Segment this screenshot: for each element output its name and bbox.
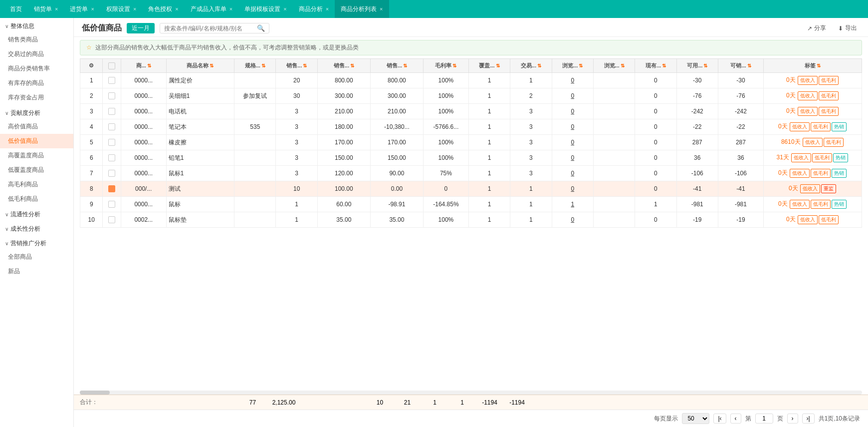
browse1-cell[interactable]: 0: [552, 88, 593, 104]
browse1-cell[interactable]: 1: [552, 197, 593, 212]
gross-column-header[interactable]: 毛利率⇅: [423, 59, 468, 73]
select-all-checkbox[interactable]: [108, 62, 115, 69]
browse-link[interactable]: 1: [571, 201, 574, 208]
checkbox-cell[interactable]: [103, 166, 121, 181]
close-icon[interactable]: ×: [326, 6, 329, 12]
sidebar-item-category-sales-rate[interactable]: 商品分类销售率: [0, 61, 73, 76]
close-icon[interactable]: ×: [133, 6, 136, 12]
stock1-column-header[interactable]: 现有...⇅: [635, 59, 676, 73]
page-size-select[interactable]: 50 100: [682, 413, 709, 424]
sidebar-item-sales-products[interactable]: 销售类商品: [0, 32, 73, 47]
browse-link[interactable]: 0: [571, 185, 574, 192]
checkbox-cell[interactable]: [103, 104, 121, 119]
code-column-header[interactable]: 商...⇅: [121, 59, 166, 73]
close-icon[interactable]: ×: [380, 6, 383, 12]
row-checkbox[interactable]: [108, 185, 115, 192]
nav-product-stock[interactable]: 产成品入库单 ×: [185, 0, 238, 18]
sidebar-group-growth[interactable]: ∨ 成长性分析: [0, 221, 73, 235]
browse1-cell[interactable]: 0: [552, 119, 593, 135]
row-checkbox[interactable]: [108, 139, 115, 146]
cover-column-header[interactable]: 覆盖...⇅: [468, 59, 510, 73]
nav-product-analysis[interactable]: 商品分析 ×: [293, 0, 335, 18]
nav-role-auth[interactable]: 角色授权 ×: [142, 0, 184, 18]
search-icon[interactable]: 🔍: [257, 24, 265, 32]
checkbox-cell[interactable]: [103, 135, 121, 150]
current-page-input[interactable]: [755, 414, 773, 424]
name-column-header[interactable]: 商品名称⇅: [166, 59, 234, 73]
sidebar-item-low-value[interactable]: 低价值商品: [0, 134, 73, 148]
sidebar-group-contribution[interactable]: ∨ 贡献度分析: [0, 105, 73, 119]
browse1-cell[interactable]: 0: [552, 135, 593, 150]
browse-link[interactable]: 0: [571, 139, 574, 146]
sidebar-group-marketing[interactable]: ∨ 营销推广分析: [0, 235, 73, 250]
nav-home[interactable]: 首页: [4, 0, 28, 18]
sellable-column-header[interactable]: 可销...⇅: [718, 59, 763, 73]
settings-column-header[interactable]: ⚙: [80, 59, 103, 73]
sidebar-item-new-products[interactable]: 新品: [0, 264, 73, 279]
browse1-cell[interactable]: 0: [552, 104, 593, 119]
sidebar-item-high-value[interactable]: 高价值商品: [0, 119, 73, 134]
sidebar-item-stock-capital[interactable]: 库存资金占用: [0, 90, 73, 105]
checkbox-cell[interactable]: [103, 73, 121, 88]
close-icon[interactable]: ×: [175, 6, 178, 12]
nav-sales-order[interactable]: 销货单 ×: [28, 0, 64, 18]
row-checkbox[interactable]: [108, 154, 115, 161]
search-box[interactable]: 🔍: [160, 23, 269, 33]
sidebar-item-traded-products[interactable]: 交易过的商品: [0, 47, 73, 61]
scrollbar-thumb[interactable]: [80, 391, 110, 395]
browse-link[interactable]: 0: [571, 108, 574, 115]
checkbox-cell[interactable]: [103, 88, 121, 104]
row-checkbox[interactable]: [108, 92, 115, 99]
first-page-button[interactable]: |‹: [713, 414, 726, 424]
prev-page-button[interactable]: ‹: [730, 414, 741, 424]
close-icon[interactable]: ×: [55, 6, 58, 12]
browse-link[interactable]: 0: [571, 77, 574, 84]
spec-column-header[interactable]: 规格...⇅: [234, 59, 276, 73]
sidebar-item-stocked-products[interactable]: 有库存的商品: [0, 76, 73, 90]
close-icon[interactable]: ×: [283, 6, 286, 12]
tags-column-header[interactable]: 标签⇅: [763, 59, 862, 73]
sidebar-item-low-margin[interactable]: 低毛利商品: [0, 192, 73, 206]
checkbox-cell[interactable]: [103, 150, 121, 166]
sidebar-item-all-products[interactable]: 全部商品: [0, 250, 73, 264]
next-page-button[interactable]: ›: [787, 414, 798, 424]
sale2-column-header[interactable]: 销售...⇅: [317, 59, 370, 73]
sale3-column-header[interactable]: 销售...⇅: [370, 59, 423, 73]
checkbox-cell[interactable]: [103, 197, 121, 212]
horizontal-scrollbar[interactable]: [80, 391, 862, 395]
row-checkbox[interactable]: [108, 201, 115, 208]
browse-link[interactable]: 0: [571, 123, 574, 130]
sale1-column-header[interactable]: 销售...⇅: [276, 59, 317, 73]
checkbox-cell[interactable]: [103, 212, 121, 228]
browse-link[interactable]: 0: [571, 92, 574, 99]
browse1-cell[interactable]: 0: [552, 150, 593, 166]
sidebar-group-overall[interactable]: ∨ 整体信息: [0, 18, 73, 32]
browse-link[interactable]: 0: [571, 170, 574, 177]
sidebar-item-high-margin[interactable]: 高毛利商品: [0, 177, 73, 192]
nav-permission-settings[interactable]: 权限设置 ×: [100, 0, 142, 18]
trade-column-header[interactable]: 交易...⇅: [510, 59, 552, 73]
nav-product-analysis-list[interactable]: 商品分析列表 ×: [335, 0, 389, 18]
row-checkbox[interactable]: [108, 170, 115, 177]
row-checkbox[interactable]: [108, 216, 115, 223]
sidebar-group-circulation[interactable]: ∨ 流通性分析: [0, 206, 73, 221]
close-icon[interactable]: ×: [229, 6, 232, 12]
sidebar-item-high-coverage[interactable]: 高覆盖度商品: [0, 148, 73, 163]
row-checkbox[interactable]: [108, 108, 115, 115]
filter-date-button[interactable]: 近一月: [127, 23, 155, 33]
last-page-button[interactable]: ›|: [802, 414, 815, 424]
browse1-cell[interactable]: 0: [552, 166, 593, 181]
browse-link[interactable]: 0: [571, 154, 574, 161]
nav-purchase-order[interactable]: 进货单 ×: [64, 0, 100, 18]
checkbox-column-header[interactable]: [103, 59, 121, 73]
sidebar-item-low-coverage[interactable]: 低覆盖度商品: [0, 163, 73, 177]
browse1-cell[interactable]: 0: [552, 181, 593, 197]
export-button[interactable]: ⬇ 导出: [835, 23, 860, 33]
stock2-column-header[interactable]: 可用...⇅: [676, 59, 718, 73]
browse2-column-header[interactable]: 浏览...⇅: [593, 59, 635, 73]
row-checkbox[interactable]: [108, 77, 115, 84]
close-icon[interactable]: ×: [91, 6, 94, 12]
checkbox-cell[interactable]: [103, 181, 121, 197]
share-button[interactable]: ↗ 分享: [804, 23, 829, 33]
row-checkbox[interactable]: [108, 123, 115, 130]
